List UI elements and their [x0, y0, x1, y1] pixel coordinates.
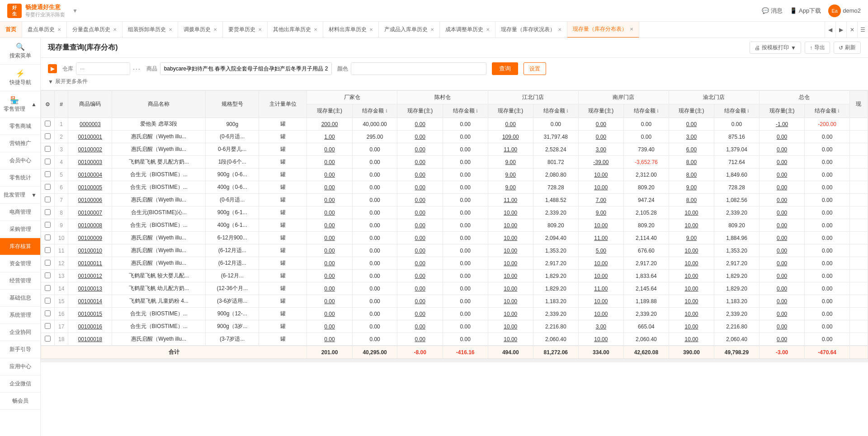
nav-tab-10[interactable]: 现存量（库存状况表）✕	[495, 22, 567, 38]
cell-unit: 罐	[259, 257, 307, 270]
cell-seq: 13	[55, 270, 68, 282]
sidebar-item-search[interactable]: 🔍 搜索英单	[0, 38, 40, 65]
cell-chenjia-qty: 0.00	[397, 118, 443, 131]
nav-next-btn[interactable]: ▶	[835, 22, 846, 38]
yubeimen-amt-info[interactable]: ℹ	[747, 108, 749, 113]
refresh-btn[interactable]: ↺ 刷新	[834, 42, 861, 54]
nav-tab-7[interactable]: 材料出库单历史 ✕	[323, 22, 379, 38]
nanan-amt-info[interactable]: ℹ	[657, 108, 659, 113]
sidebar-item-retail-stats[interactable]: 零售统计	[0, 169, 40, 187]
close-tab-4[interactable]: ✕	[213, 27, 217, 32]
filter-toggle-btn[interactable]: ▶	[48, 64, 57, 73]
print-btn[interactable]: 🖨 按模板打印 ▼	[750, 42, 801, 54]
sidebar-item-appstore[interactable]: 应用中心	[0, 358, 40, 375]
cell-checkbox[interactable]	[41, 295, 55, 308]
sidebar-item-member2[interactable]: 畅会员	[0, 393, 40, 410]
table-container[interactable]: ⚙ # 商品编码 商品名称 规格型号 主计量单位 厂家仓 陈村仓 江北门店 南岸…	[41, 90, 868, 436]
sidebar-item-inventory[interactable]: 库存核算	[0, 238, 40, 255]
app-download-btn[interactable]: 📱 App下载	[790, 7, 821, 15]
sidebar-item-wholesale[interactable]: 批发管理 ▼	[0, 187, 40, 204]
top-header: 好生 畅捷通好生意 母婴行业演示陈套 ▼ 💬 消息 📱 App下载 Ea dem…	[0, 0, 868, 22]
export-btn[interactable]: ↑ 导出	[805, 42, 830, 54]
close-tab-10[interactable]: ✕	[558, 27, 561, 32]
close-tab-3[interactable]: ✕	[169, 27, 172, 32]
query-btn[interactable]: 查询	[492, 62, 518, 75]
sidebar-item-purchase[interactable]: 采购管理	[0, 221, 40, 238]
cell-checkbox[interactable]	[41, 181, 55, 194]
cell-total-amt: 0.00	[805, 257, 850, 270]
close-tab-8[interactable]: ✕	[430, 27, 434, 32]
sidebar-item-system[interactable]: 系统管理	[0, 307, 40, 324]
close-tab-7[interactable]: ✕	[369, 27, 373, 32]
sidebar-item-operations[interactable]: 经营管理	[0, 272, 40, 290]
cell-checkbox[interactable]	[41, 320, 55, 333]
cell-checkbox[interactable]	[41, 206, 55, 219]
cell-checkbox[interactable]	[41, 194, 55, 206]
cell-checkbox[interactable]	[41, 282, 55, 295]
nav-tab-home[interactable]: 首页	[0, 22, 22, 38]
chenjia-amt-info[interactable]: ℹ	[476, 108, 478, 113]
cell-checkbox[interactable]	[41, 169, 55, 181]
setting-btn[interactable]: 设置	[524, 62, 546, 75]
close-tab-11[interactable]: ✕	[630, 27, 633, 32]
expand-conditions[interactable]: ▼ 展开更多条件	[48, 78, 861, 85]
cell-checkbox[interactable]	[41, 270, 55, 282]
cell-checkbox[interactable]	[41, 333, 55, 346]
sidebar-item-nav[interactable]: ⚡ 快捷导航	[0, 65, 40, 91]
cell-total-amt: -200.00	[805, 118, 850, 131]
warehouse-more-btn[interactable]: ···	[133, 65, 141, 72]
sidebar-item-wechat[interactable]: 企业微信	[0, 375, 40, 393]
close-tab-6[interactable]: ✕	[314, 27, 317, 32]
cell-checkbox[interactable]	[41, 143, 55, 156]
warehouse-input[interactable]	[76, 62, 130, 75]
footer-yubeimen-qty: 390.00	[669, 346, 714, 359]
jiangbei-amt-info[interactable]: ℹ	[566, 108, 568, 113]
cell-checkbox[interactable]	[41, 131, 55, 143]
cell-code: 00100005	[68, 181, 112, 194]
nav-prev-btn[interactable]: ◀	[825, 22, 835, 38]
nav-tab-8[interactable]: 产成品入库单历史 ✕	[379, 22, 440, 38]
sidebar-item-basic-info[interactable]: 基础信息	[0, 290, 40, 307]
message-btn[interactable]: 💬 消息	[762, 7, 783, 15]
user-area[interactable]: Ea demo2	[828, 5, 861, 17]
cell-checkbox[interactable]	[41, 219, 55, 232]
industry-dropdown[interactable]: ▼	[72, 8, 78, 14]
sidebar-item-finance[interactable]: 资金管理	[0, 255, 40, 272]
cell-checkbox[interactable]	[41, 244, 55, 257]
close-tab-1[interactable]: ✕	[57, 27, 61, 32]
close-tab-9[interactable]: ✕	[486, 27, 490, 32]
cell-checkbox[interactable]	[41, 308, 55, 320]
close-tab-5[interactable]: ✕	[258, 27, 262, 32]
cell-checkbox[interactable]	[41, 156, 55, 169]
sidebar-item-guide[interactable]: 新手引导	[0, 341, 40, 358]
nav-tab-9[interactable]: 成本调整单历史 ✕	[440, 22, 495, 38]
factory-amt-info[interactable]: ℹ	[386, 108, 387, 113]
cell-checkbox[interactable]	[41, 232, 55, 244]
sidebar-item-marketing[interactable]: 营销推广	[0, 135, 40, 152]
th-gear[interactable]: ⚙	[41, 91, 55, 118]
nav-tab-2[interactable]: 分量盘点单历史 ✕	[67, 22, 123, 38]
cell-factory-amt: 0.00	[352, 282, 397, 295]
sidebar-item-collab[interactable]: 企业协同	[0, 324, 40, 341]
sidebar-item-member[interactable]: 会员中心	[0, 152, 40, 169]
sidebar-item-mall[interactable]: 零售商城	[0, 118, 40, 135]
cell-checkbox[interactable]	[41, 118, 55, 131]
cell-checkbox[interactable]	[41, 257, 55, 270]
color-input[interactable]	[351, 62, 486, 75]
close-tab-2[interactable]: ✕	[113, 27, 117, 32]
nav-tab-1[interactable]: 盘点单历史 ✕	[22, 22, 67, 38]
nav-close-btn[interactable]: ✕	[846, 22, 857, 38]
cell-chenjia-amt: 0.00	[443, 282, 488, 295]
top-right: 💬 消息 📱 App下载 Ea demo2	[762, 5, 861, 17]
sidebar-item-ecommerce[interactable]: 电商管理	[0, 204, 40, 221]
sidebar-item-retail-mgmt[interactable]: 🏪 零售管理 ▲	[0, 91, 40, 118]
nav-tab-11[interactable]: 现存量（库存分布表）✕	[567, 22, 639, 38]
nav-tab-6[interactable]: 其他出库单历史 ✕	[268, 22, 323, 38]
nav-tab-5[interactable]: 要货单历史 ✕	[223, 22, 268, 38]
total-amt-info[interactable]: ℹ	[838, 108, 840, 113]
goods-input[interactable]	[160, 62, 332, 75]
nav-tab-4[interactable]: 调拨单历史 ✕	[178, 22, 223, 38]
horizontal-scrollbar[interactable]	[41, 359, 868, 362]
nav-menu-btn[interactable]: ☰	[857, 22, 868, 38]
nav-tab-3[interactable]: 组装拆卸单历史 ✕	[123, 22, 178, 38]
